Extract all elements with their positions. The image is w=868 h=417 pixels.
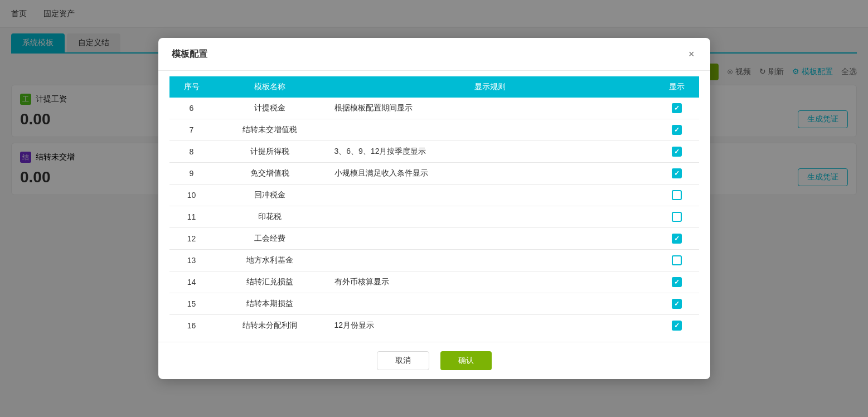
cell-name: 计提所得税 [214,141,326,163]
modal-footer: 取消 确认 [158,342,710,379]
checkbox-12[interactable] [672,234,682,244]
cell-index: 14 [169,271,214,293]
cell-rule: 根据模板配置期间显示 [326,98,654,119]
cell-name: 工会经费 [214,228,326,250]
col-name: 模板名称 [214,76,326,98]
checkbox-15[interactable] [672,299,682,309]
cell-name: 回冲税金 [214,185,326,206]
cell-name: 结转未交增值税 [214,119,326,141]
cell-name: 地方水利基金 [214,250,326,271]
checkbox-9[interactable] [672,168,682,178]
cell-name: 免交增值税 [214,163,326,185]
cell-name: 结转汇兑损益 [214,271,326,293]
table-row: 13地方水利基金 [169,250,699,271]
cell-checkbox [654,228,699,250]
cell-checkbox [654,250,699,271]
modal-header: 模板配置 × [158,38,710,71]
table-row: 6计提税金根据模板配置期间显示 [169,98,699,119]
cell-rule [326,293,654,315]
table-row: 14结转汇兑损益有外币核算显示 [169,271,699,293]
cell-index: 8 [169,141,214,163]
table-row: 8计提所得税3、6、9、12月按季度显示 [169,141,699,163]
checkbox-10[interactable] [672,190,682,200]
table-row: 10回冲税金 [169,185,699,206]
cell-index: 10 [169,185,214,206]
cell-name: 结转本期损益 [214,293,326,315]
col-display: 显示 [654,76,699,98]
template-config-modal: 模板配置 × 序号 模板名称 显示规则 显示 6计提税金根据模板配置期间显示7结… [158,38,710,379]
cell-checkbox [654,315,699,337]
cell-rule: 3、6、9、12月按季度显示 [326,141,654,163]
cell-checkbox [654,206,699,228]
cell-rule [326,206,654,228]
checkbox-8[interactable] [672,147,682,157]
checkbox-11[interactable] [672,212,682,222]
checkbox-13[interactable] [672,255,682,265]
cell-checkbox [654,293,699,315]
cell-index: 13 [169,250,214,271]
cell-index: 6 [169,98,214,119]
cell-rule [326,185,654,206]
checkbox-7[interactable] [672,125,682,135]
cell-rule [326,228,654,250]
cell-index: 7 [169,119,214,141]
table-row: 11印花税 [169,206,699,228]
col-rule: 显示规则 [326,76,654,98]
cell-index: 16 [169,315,214,337]
modal-title: 模板配置 [172,49,207,60]
cell-index: 9 [169,163,214,185]
checkbox-14[interactable] [672,277,682,287]
cell-index: 11 [169,206,214,228]
cell-checkbox [654,185,699,206]
close-button[interactable]: × [686,47,697,61]
table-row: 15结转本期损益 [169,293,699,315]
cell-rule [326,250,654,271]
cell-rule: 小规模且满足收入条件显示 [326,163,654,185]
modal-body: 序号 模板名称 显示规则 显示 6计提税金根据模板配置期间显示7结转未交增值税8… [158,71,710,342]
checkbox-6[interactable] [672,103,682,113]
cell-name: 计提税金 [214,98,326,119]
cell-index: 15 [169,293,214,315]
cancel-button[interactable]: 取消 [377,351,429,370]
col-index: 序号 [169,76,214,98]
cell-rule: 有外币核算显示 [326,271,654,293]
table-row: 16结转未分配利润12月份显示 [169,315,699,337]
table-row: 12工会经费 [169,228,699,250]
checkbox-16[interactable] [672,321,682,331]
modal-overlay: 模板配置 × 序号 模板名称 显示规则 显示 6计提税金根据模板配置期间显示7结… [0,0,868,417]
table-header: 序号 模板名称 显示规则 显示 [169,76,699,98]
cell-rule: 12月份显示 [326,315,654,337]
table-row: 9免交增值税小规模且满足收入条件显示 [169,163,699,185]
config-table: 序号 模板名称 显示规则 显示 6计提税金根据模板配置期间显示7结转未交增值税8… [169,76,699,336]
cell-rule [326,119,654,141]
cell-checkbox [654,163,699,185]
cell-checkbox [654,98,699,119]
table-body: 6计提税金根据模板配置期间显示7结转未交增值税8计提所得税3、6、9、12月按季… [169,98,699,336]
confirm-button[interactable]: 确认 [440,351,492,370]
cell-name: 印花税 [214,206,326,228]
cell-checkbox [654,119,699,141]
cell-checkbox [654,271,699,293]
table-row: 7结转未交增值税 [169,119,699,141]
cell-index: 12 [169,228,214,250]
table-wrapper[interactable]: 序号 模板名称 显示规则 显示 6计提税金根据模板配置期间显示7结转未交增值税8… [169,71,699,336]
cell-checkbox [654,141,699,163]
cell-name: 结转未分配利润 [214,315,326,337]
